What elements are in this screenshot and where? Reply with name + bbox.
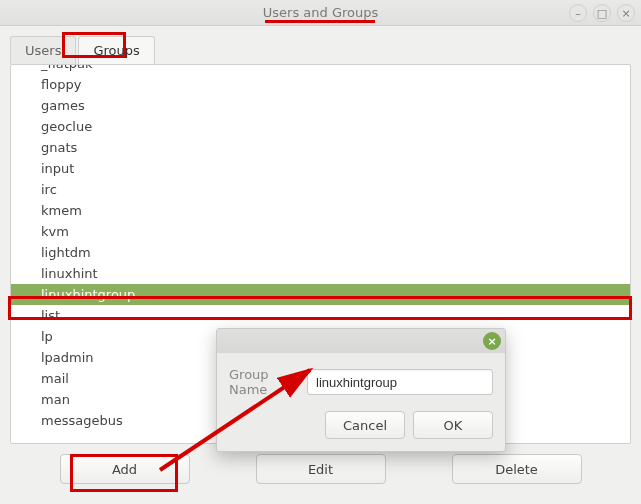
list-item[interactable]: _flatpak [11, 64, 630, 74]
delete-button[interactable]: Delete [452, 454, 582, 484]
window-close-button[interactable]: × [617, 4, 635, 22]
dialog-titlebar: × [217, 329, 505, 353]
edit-button[interactable]: Edit [256, 454, 386, 484]
add-button[interactable]: Add [60, 454, 190, 484]
window-title: Users and Groups [263, 5, 378, 20]
cancel-button[interactable]: Cancel [325, 411, 405, 439]
list-item[interactable]: gnats [11, 137, 630, 158]
list-item[interactable]: kvm [11, 221, 630, 242]
list-item[interactable]: geoclue [11, 116, 630, 137]
group-name-label: Group Name [229, 367, 297, 397]
list-item[interactable]: kmem [11, 200, 630, 221]
tab-groups[interactable]: Groups [78, 36, 154, 64]
list-item[interactable]: lightdm [11, 242, 630, 263]
list-item[interactable]: linuxhintgroup [11, 284, 630, 305]
minimize-button[interactable]: – [569, 4, 587, 22]
list-item[interactable]: input [11, 158, 630, 179]
annotation-underline [265, 20, 375, 23]
list-item[interactable]: floppy [11, 74, 630, 95]
list-item[interactable]: games [11, 95, 630, 116]
tab-bar: Users Groups [10, 34, 631, 64]
group-name-input[interactable] [307, 369, 493, 395]
list-item[interactable]: irc [11, 179, 630, 200]
ok-button[interactable]: OK [413, 411, 493, 439]
list-item[interactable]: list [11, 305, 630, 326]
group-name-dialog: × Group Name Cancel OK [216, 328, 506, 452]
dialog-close-button[interactable]: × [483, 332, 501, 350]
tab-users[interactable]: Users [10, 36, 76, 64]
maximize-button[interactable]: □ [593, 4, 611, 22]
list-item[interactable]: linuxhint [11, 263, 630, 284]
